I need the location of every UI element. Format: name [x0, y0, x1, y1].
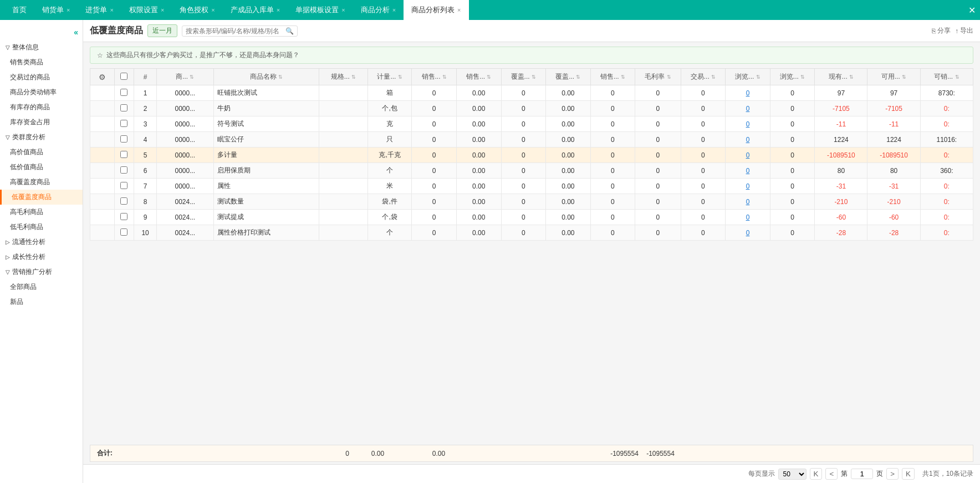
browse1-cell[interactable]: 0 — [726, 101, 770, 116]
name-column-header[interactable]: 商品名称 ⇅ — [213, 69, 319, 85]
checkbox-cell[interactable] — [114, 210, 134, 225]
next-page-button[interactable]: > — [886, 468, 899, 480]
browse1-cell[interactable]: 0 — [726, 132, 770, 148]
row-checkbox[interactable] — [120, 228, 127, 236]
row-checkbox[interactable] — [120, 120, 127, 127]
nav-item-role[interactable]: 角色授权 × — [172, 0, 222, 20]
sidebar-item-high-coverage[interactable]: 高覆盖度商品 — [0, 175, 83, 190]
row-checkbox[interactable] — [120, 213, 127, 220]
close-all-button[interactable]: ✕ — [968, 5, 976, 16]
transaction-column-header[interactable]: 交易... ⇅ — [681, 69, 726, 85]
checkbox-cell[interactable] — [114, 194, 134, 210]
sidebar-section-overall[interactable]: ▽ 整体信息 — [0, 40, 83, 55]
checkbox-column-header[interactable] — [114, 69, 134, 85]
browse1-column-header[interactable]: 浏览... ⇅ — [726, 69, 770, 85]
sales-qty-column-header[interactable]: 销售... ⇅ — [412, 69, 457, 85]
search-icon[interactable]: 🔍 — [285, 27, 294, 35]
row-checkbox[interactable] — [120, 89, 127, 96]
sidebar-section-growth[interactable]: ▷ 成长性分析 — [0, 250, 83, 265]
unit-column-header[interactable]: 计量... ⇅ — [368, 69, 412, 85]
sidebar-item-in-stock[interactable]: 有库存的商品 — [0, 100, 83, 115]
sales-extra-column-header[interactable]: 销售... ⇅ — [590, 69, 635, 85]
browse1-cell[interactable]: 0 — [726, 148, 770, 163]
nav-item-permissions[interactable]: 权限设置 × — [121, 0, 172, 20]
coverage1-column-header[interactable]: 覆盖... ⇅ — [501, 69, 546, 85]
checkbox-cell[interactable] — [114, 163, 134, 179]
sidebar-item-low-margin[interactable]: 低毛利商品 — [0, 220, 83, 235]
last-page-button[interactable]: K — [902, 468, 915, 480]
coverage2-column-header[interactable]: 覆盖... ⇅ — [546, 69, 591, 85]
nav-item-home[interactable]: 首页 — [4, 0, 34, 20]
sidebar-section-cluster[interactable]: ▽ 类群度分析 — [0, 130, 83, 145]
sidebar-item-traded-goods[interactable]: 交易过的商品 — [0, 70, 83, 85]
export-button[interactable]: ↑ 导出 — [955, 26, 973, 35]
close-icon[interactable]: × — [341, 7, 345, 13]
sidebar-section-circulation[interactable]: ▷ 流通性分析 — [0, 235, 83, 250]
nav-item-sales[interactable]: 销货单 × — [34, 0, 78, 20]
sidebar-section-marketing[interactable]: ▽ 营销推广分析 — [0, 265, 83, 279]
search-input[interactable] — [186, 27, 285, 35]
browse1-cell[interactable]: 0 — [726, 85, 770, 101]
sidebar-item-category-rate[interactable]: 商品分类动销率 — [0, 85, 83, 100]
share-button[interactable]: ⎘ 分享 — [932, 26, 951, 35]
close-icon[interactable]: × — [110, 7, 113, 13]
sidebar-item-new-goods[interactable]: 新品 — [0, 294, 83, 309]
nav-item-purchase[interactable]: 进货单 × — [78, 0, 121, 20]
saleable-column-header[interactable]: 可销... ⇅ — [920, 69, 973, 85]
close-icon[interactable]: × — [67, 7, 70, 13]
close-icon[interactable]: × — [211, 7, 215, 13]
browse1-cell[interactable]: 0 — [726, 225, 770, 241]
row-checkbox[interactable] — [120, 151, 127, 158]
sales-amount-column-header[interactable]: 销售... ⇅ — [456, 69, 501, 85]
checkbox-cell[interactable] — [114, 101, 134, 116]
nav-item-product-analysis-list[interactable]: 商品分析列表 × — [404, 0, 468, 20]
browse1-cell[interactable]: 0 — [726, 179, 770, 194]
page-size-select[interactable]: 50 20 100 200 — [778, 469, 807, 480]
available-column-header[interactable]: 可用... ⇅ — [867, 69, 920, 85]
checkbox-cell[interactable] — [114, 132, 134, 148]
close-icon[interactable]: × — [277, 7, 280, 13]
sidebar-item-high-margin[interactable]: 高毛利商品 — [0, 205, 83, 220]
code-column-header[interactable]: 商... ⇅ — [157, 69, 214, 85]
collapse-sidebar-button[interactable]: « — [74, 28, 78, 37]
nav-item-template[interactable]: 单据模板设置 × — [288, 0, 353, 20]
nav-item-product-analysis[interactable]: 商品分析 × — [353, 0, 404, 20]
sidebar-item-low-value[interactable]: 低价值商品 — [0, 160, 83, 175]
checkbox-cell[interactable] — [114, 179, 134, 194]
row-checkbox[interactable] — [120, 197, 127, 205]
browse1-cell[interactable]: 0 — [726, 210, 770, 225]
browse1-cell[interactable]: 0 — [726, 116, 770, 132]
close-icon[interactable]: × — [161, 7, 164, 13]
nav-item-product-warehousing[interactable]: 产成品入库单 × — [223, 0, 288, 20]
row-checkbox[interactable] — [120, 135, 127, 143]
settings-icon[interactable]: ⚙ — [99, 73, 106, 82]
browse2-column-header[interactable]: 浏览... ⇅ — [770, 69, 815, 85]
date-filter-button[interactable]: 近一月 — [147, 24, 177, 37]
settings-column-header[interactable]: ⚙ — [90, 69, 115, 85]
row-checkbox[interactable] — [120, 104, 127, 111]
settings-cell — [90, 85, 115, 101]
checkbox-cell[interactable] — [114, 225, 134, 241]
sidebar-item-stock-capital[interactable]: 库存资金占用 — [0, 115, 83, 130]
gross-rate-column-header[interactable]: 毛利率 ⇅ — [635, 69, 681, 85]
sidebar-item-sales-goods[interactable]: 销售类商品 — [0, 55, 83, 70]
current-column-header[interactable]: 现有... ⇅ — [815, 69, 867, 85]
checkbox-cell[interactable] — [114, 85, 134, 101]
select-all-checkbox[interactable] — [120, 73, 127, 80]
sidebar-item-low-coverage[interactable]: 低覆盖度商品 — [0, 190, 83, 205]
row-checkbox[interactable] — [120, 166, 127, 174]
spec-cell — [319, 225, 368, 241]
row-checkbox[interactable] — [120, 182, 127, 189]
sidebar-item-high-value[interactable]: 高价值商品 — [0, 145, 83, 160]
checkbox-cell[interactable] — [114, 116, 134, 132]
close-icon[interactable]: × — [392, 7, 396, 13]
first-page-button[interactable]: K — [810, 468, 823, 480]
prev-page-button[interactable]: < — [825, 468, 838, 480]
sidebar-item-all-goods[interactable]: 全部商品 — [0, 279, 83, 294]
spec-column-header[interactable]: 规格... ⇅ — [319, 69, 368, 85]
close-icon[interactable]: × — [457, 7, 461, 13]
browse1-cell[interactable]: 0 — [726, 163, 770, 179]
browse1-cell[interactable]: 0 — [726, 194, 770, 210]
checkbox-cell[interactable] — [114, 148, 134, 163]
page-number-input[interactable] — [851, 469, 873, 479]
